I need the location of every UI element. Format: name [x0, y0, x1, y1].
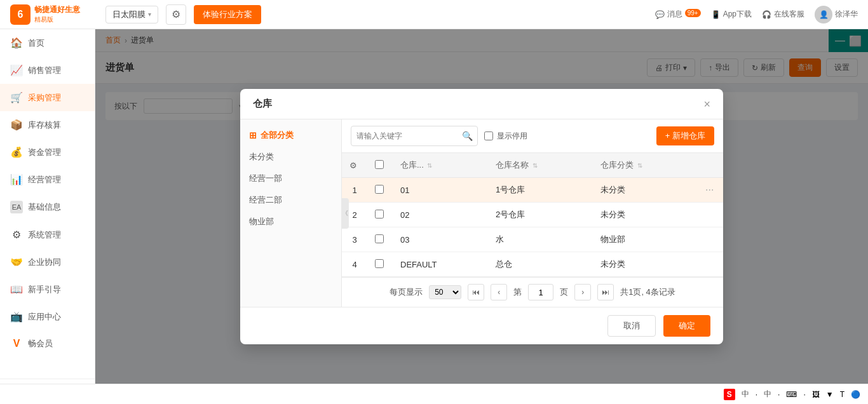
category-header: ⊞ 全部分类	[240, 125, 341, 146]
guide-icon: 📖	[10, 283, 23, 295]
logo-text: 畅捷通好生意 精易版	[34, 4, 80, 24]
cat-item-property[interactable]: 物业部	[240, 211, 341, 232]
sidebar-item-sales[interactable]: 📈 销售管理	[0, 57, 95, 84]
sidebar-item-enterprise[interactable]: 🤝 企业协同	[0, 248, 95, 276]
table-header-checkbox	[367, 153, 393, 178]
row-more	[698, 227, 723, 252]
table-row[interactable]: 2 02 2号仓库 未分类	[342, 203, 723, 227]
search-box: 🔍	[351, 126, 478, 146]
row-category: 未分类	[593, 178, 698, 203]
search-input[interactable]	[351, 128, 457, 144]
sidebar-item-finance[interactable]: 💰 资金管理	[0, 138, 95, 166]
more-icon[interactable]: ···	[705, 184, 714, 195]
enterprise-icon: 🤝	[10, 256, 23, 268]
apps-icon: 📺	[10, 311, 23, 323]
row-num: 4	[342, 252, 367, 277]
row-name: 水	[488, 227, 593, 252]
main-layout: 🏠 首页 📈 销售管理 🛒 采购管理 📦 库存核算 💰 资金管理 📊 经营管理 …	[0, 29, 868, 404]
next-page-button[interactable]: ›	[574, 284, 591, 300]
confirm-button[interactable]: 确定	[663, 315, 710, 337]
chevron-down-taskbar: ▼	[826, 390, 834, 399]
purchase-icon: 🛒	[10, 91, 23, 104]
avatar: 👤	[815, 6, 832, 24]
sidebar-item-system[interactable]: ⚙ 系统管理	[0, 221, 95, 248]
settings-button[interactable]: ⚙	[166, 4, 186, 25]
row-checkbox[interactable]	[375, 259, 384, 268]
main-content: 首页 › 进货单 — ⬜ 进货单 🖨 打印 ▾ ↑ 导出	[95, 29, 868, 404]
warehouse-table-body: 1 01 1号仓库 未分类 ··· 2	[342, 178, 723, 277]
last-page-button[interactable]: ⏭	[597, 284, 614, 300]
row-checkbox[interactable]	[375, 185, 384, 194]
cat-item-dept2[interactable]: 经营二部	[240, 189, 341, 211]
trial-button[interactable]: 体验行业方案	[194, 5, 261, 24]
row-code: 03	[393, 227, 488, 252]
collapse-sidebar-button[interactable]: 《	[341, 198, 349, 229]
sidebar-item-vip[interactable]: V 畅会员	[0, 330, 95, 357]
row-category: 物业部	[593, 227, 698, 252]
inventory-icon: 📦	[10, 119, 23, 131]
warehouse-table: ⚙ 仓库... ⇅	[342, 153, 723, 277]
grid-icon: ⊞	[249, 130, 257, 140]
sidebar-item-business[interactable]: 📊 经营管理	[0, 166, 95, 193]
app-download-button[interactable]: 📱 App下载	[711, 9, 752, 20]
cat-item-dept1[interactable]: 经营一部	[240, 168, 341, 189]
sidebar: 🏠 首页 📈 销售管理 🛒 采购管理 📦 库存核算 💰 资金管理 📊 经营管理 …	[0, 29, 95, 404]
table-header-category: 仓库分类 ⇅	[593, 153, 698, 178]
sidebar-item-basic-info[interactable]: EA 基础信息	[0, 193, 95, 221]
row-checkbox[interactable]	[375, 210, 384, 219]
row-code: DEFAULT	[393, 252, 488, 277]
business-icon: 📊	[10, 173, 23, 185]
table-row[interactable]: 3 03 水 物业部	[342, 227, 723, 252]
sort-icon-name: ⇅	[532, 162, 538, 169]
sidebar-item-guide[interactable]: 📖 新手引导	[0, 276, 95, 303]
category-sidebar: ⊞ 全部分类 未分类 经营一部 经营二部 物业部 《	[240, 119, 342, 307]
modal-body: ⊞ 全部分类 未分类 经营一部 经营二部 物业部 《	[240, 119, 723, 307]
sidebar-item-inventory[interactable]: 📦 库存核算	[0, 111, 95, 138]
table-head: ⚙ 仓库... ⇅	[342, 153, 723, 178]
cancel-button[interactable]: 取消	[607, 315, 656, 337]
table-row[interactable]: 4 DEFAULT 总仓 未分类	[342, 252, 723, 277]
row-name: 总仓	[488, 252, 593, 277]
table-row[interactable]: 1 01 1号仓库 未分类 ···	[342, 178, 723, 203]
sort-icon-category: ⇅	[637, 162, 642, 169]
user-menu[interactable]: 👤 徐泽华	[815, 6, 858, 24]
page-number-input[interactable]	[528, 284, 553, 300]
header-center: 日太阳膜 ▾ ⚙ 体验行业方案	[105, 4, 655, 25]
pagination: 每页显示 10 20 50 100 ⏮ ‹ 第 页	[342, 277, 723, 307]
cat-item-uncategorized[interactable]: 未分类	[240, 146, 341, 168]
show-disabled-checkbox: 显示停用	[484, 131, 527, 142]
disabled-checkbox[interactable]	[484, 131, 493, 140]
per-page-select[interactable]: 10 20 50 100	[429, 285, 461, 299]
table-header-actions	[698, 153, 723, 178]
row-category: 未分类	[593, 203, 698, 227]
sidebar-item-purchase[interactable]: 🛒 采购管理	[0, 84, 95, 111]
prev-page-button[interactable]: ‹	[491, 284, 507, 300]
top-header: 6 畅捷通好生意 精易版 日太阳膜 ▾ ⚙ 体验行业方案 💬 消息 99+ 📱 …	[0, 0, 868, 29]
modal-title: 仓库	[253, 98, 272, 110]
bottom-bar: S 中 · 中 · ⌨ · 🖼 ▼ T 🔵	[0, 384, 868, 404]
table-header-gear: ⚙	[342, 153, 367, 178]
row-checkbox[interactable]	[375, 234, 384, 243]
store-selector[interactable]: 日太阳膜 ▾	[105, 6, 158, 24]
headset-icon: 🎧	[762, 10, 771, 19]
online-service-button[interactable]: 🎧 在线客服	[762, 9, 804, 20]
add-warehouse-button[interactable]: + 新增仓库	[656, 126, 714, 145]
search-button[interactable]: 🔍	[457, 126, 478, 145]
modal-toolbar: 🔍 显示停用 + 新增仓库	[342, 119, 723, 153]
warehouse-modal: 仓库 × ⊞ 全部分类 未分类 经营一部 经营二部 物业部	[240, 89, 723, 344]
sidebar-item-home[interactable]: 🏠 首页	[0, 29, 95, 57]
row-code: 01	[393, 178, 488, 203]
home-icon: 🏠	[10, 37, 23, 49]
first-page-button[interactable]: ⏮	[468, 284, 484, 300]
messages-button[interactable]: 💬 消息 99+	[655, 9, 701, 20]
row-category: 未分类	[593, 252, 698, 277]
modal-main: 🔍 显示停用 + 新增仓库	[342, 119, 723, 307]
vip-icon: V	[10, 338, 23, 349]
select-all-checkbox[interactable]	[375, 160, 384, 169]
row-more	[698, 203, 723, 227]
sort-icon: ⇅	[427, 162, 432, 169]
close-icon[interactable]: ×	[703, 98, 710, 110]
basic-info-icon: EA	[10, 201, 23, 213]
modal-overlay: 仓库 × ⊞ 全部分类 未分类 经营一部 经营二部 物业部	[95, 29, 868, 404]
sidebar-item-apps[interactable]: 📺 应用中心	[0, 303, 95, 330]
